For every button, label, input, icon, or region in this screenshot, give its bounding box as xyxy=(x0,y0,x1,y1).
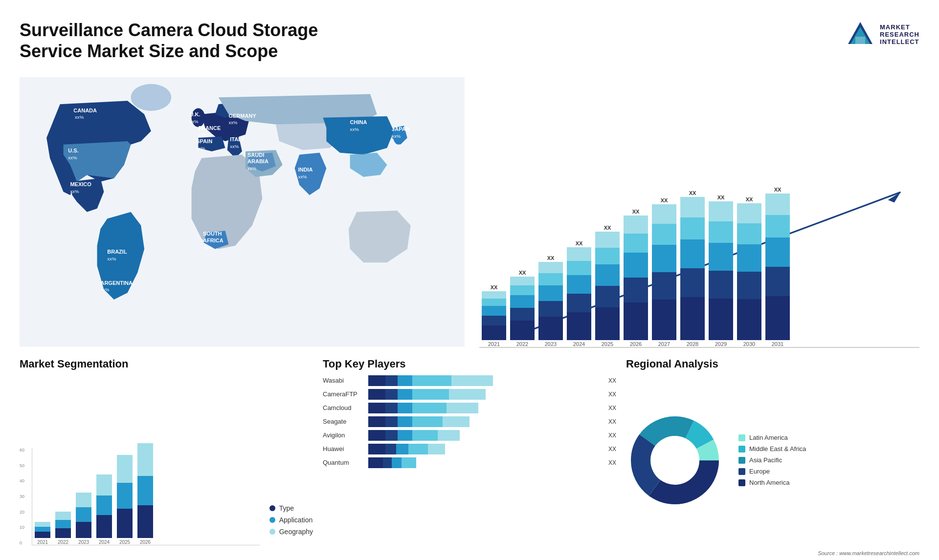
svg-text:SPAIN: SPAIN xyxy=(196,138,212,144)
bar-2021: XX 2021 xyxy=(482,284,506,347)
regional-section: Regional Analysis xyxy=(626,358,919,545)
legend-latin-america: Latin America xyxy=(738,434,806,441)
svg-text:xx%: xx% xyxy=(68,155,77,161)
player-huawei: Huawei XX xyxy=(323,444,616,454)
seg-bar-2026: 2026 xyxy=(137,443,153,545)
logo-icon xyxy=(846,20,875,49)
svg-text:xx%: xx% xyxy=(196,146,205,151)
legend-geography-label: Geography xyxy=(279,528,313,536)
legend-dot-application xyxy=(269,517,275,523)
donut-svg xyxy=(626,411,724,509)
seg-bar-2022: 2022 xyxy=(55,512,71,545)
bar-2028: XX 2028 xyxy=(680,190,705,347)
seg-bar-2023: 2023 xyxy=(76,493,91,545)
bar-2023: XX 2023 xyxy=(538,255,563,347)
player-avigilon: Avigilon XX xyxy=(323,430,616,441)
logo-box: MARKET RESEARCH INTELLECT xyxy=(846,20,919,49)
player-quantum: Quantum XX xyxy=(323,457,616,468)
main-bars-container: XX 2021 XX xyxy=(479,201,919,348)
svg-text:xx%: xx% xyxy=(70,189,79,194)
legend-label-latin-america: Latin America xyxy=(749,434,788,441)
legend-north-america: North America xyxy=(738,479,806,486)
world-map: CANADA xx% U.S. xx% MEXICO xx% BRAZIL xx… xyxy=(20,76,465,348)
svg-text:FRANCE: FRANCE xyxy=(198,125,221,131)
seg-bar-wrapper: 0 10 20 30 40 50 60 xyxy=(20,448,260,545)
svg-text:U.S.: U.S. xyxy=(68,148,78,154)
legend-label-europe: Europe xyxy=(749,468,770,475)
legend-color-asia-pacific xyxy=(738,457,745,464)
svg-text:CANADA: CANADA xyxy=(73,108,97,113)
seg-y-axis: 0 10 20 30 40 50 60 xyxy=(20,448,29,545)
player-cameraftp: CameraFTP XX xyxy=(323,389,616,400)
seg-chart-area: 0 10 20 30 40 50 60 xyxy=(20,375,313,545)
legend-asia-pacific: Asia Pacific xyxy=(738,456,806,464)
player-seagate: Seagate XX xyxy=(323,416,616,427)
svg-text:ARABIA: ARABIA xyxy=(247,159,268,165)
player-camcloud: Camcloud XX xyxy=(323,403,616,413)
bar-2027: XX 2027 xyxy=(652,197,676,347)
page-container: Surveillance Camera Cloud Storage Servic… xyxy=(0,0,939,560)
svg-text:xx%: xx% xyxy=(247,166,257,172)
svg-text:ITALY: ITALY xyxy=(230,136,245,142)
legend-europe: Europe xyxy=(738,468,806,475)
regional-title: Regional Analysis xyxy=(626,358,919,370)
legend-dot-type xyxy=(269,505,275,511)
svg-text:xx%: xx% xyxy=(350,127,359,132)
svg-text:xx%: xx% xyxy=(107,256,116,261)
segmentation-section: Market Segmentation 0 10 20 30 40 50 60 xyxy=(20,358,313,545)
svg-rect-2 xyxy=(855,37,865,44)
logo-line1: MARKET xyxy=(880,23,919,31)
map-section: CANADA xx% U.S. xx% MEXICO xx% BRAZIL xx… xyxy=(20,71,470,353)
svg-text:xx%: xx% xyxy=(392,133,401,139)
svg-point-46 xyxy=(653,438,697,482)
donut-chart xyxy=(626,411,724,509)
legend-middle-east: Middle East & Africa xyxy=(738,445,806,452)
bar-2029: XX 2029 xyxy=(709,194,733,347)
svg-point-4 xyxy=(131,84,172,111)
page-title: Surveillance Camera Cloud Storage Servic… xyxy=(20,20,362,62)
bar-2031: XX 2031 xyxy=(765,187,790,347)
svg-text:SAUDI: SAUDI xyxy=(247,152,264,158)
svg-text:xx%: xx% xyxy=(203,245,212,250)
svg-text:xx%: xx% xyxy=(198,132,207,138)
header: Surveillance Camera Cloud Storage Servic… xyxy=(20,15,470,71)
svg-text:xx%: xx% xyxy=(100,287,110,293)
svg-text:xx%: xx% xyxy=(228,120,238,126)
svg-text:INDIA: INDIA xyxy=(298,167,313,172)
players-list: Wasabi XX CameraFTP xyxy=(323,375,616,545)
svg-text:JAPAN: JAPAN xyxy=(392,127,410,132)
seg-bar-2021: 2021 xyxy=(35,522,50,545)
svg-text:xx%: xx% xyxy=(230,144,239,149)
legend-label-middle-east: Middle East & Africa xyxy=(749,445,806,452)
legend-color-middle-east xyxy=(738,446,745,452)
bar-2026: XX 2026 xyxy=(624,209,648,347)
seg-bar-2025: 2025 xyxy=(117,455,133,545)
bottom-row: Market Segmentation 0 10 20 30 40 50 60 xyxy=(20,353,919,545)
svg-text:xx%: xx% xyxy=(189,119,199,124)
bar-2025: XX 2025 xyxy=(595,225,620,347)
bar-2022: XX 2022 xyxy=(510,270,535,347)
svg-text:GERMANY: GERMANY xyxy=(228,113,256,119)
source-text: Source : www.marketresearchintellect.com xyxy=(818,550,919,556)
seg-legend: Type Application Geography xyxy=(269,504,313,545)
player-wasabi: Wasabi XX xyxy=(323,375,616,386)
legend-application-label: Application xyxy=(279,516,313,524)
bar-2024: XX 2024 xyxy=(567,240,591,347)
legend-type: Type xyxy=(269,504,313,512)
legend-dot-geography xyxy=(269,529,275,535)
legend-color-north-america xyxy=(738,479,745,486)
svg-text:U.K.: U.K. xyxy=(189,111,200,117)
seg-bar-2024: 2024 xyxy=(96,474,112,545)
svg-text:ARGENTINA: ARGENTINA xyxy=(100,280,133,286)
regional-content: Latin America Middle East & Africa Asia … xyxy=(626,375,919,545)
bar-chart-section: XX 2021 XX xyxy=(470,71,919,353)
legend-application: Application xyxy=(269,516,313,524)
logo-area: MARKET RESEARCH INTELLECT xyxy=(470,15,919,71)
svg-text:BRAZIL: BRAZIL xyxy=(107,249,127,255)
segmentation-title: Market Segmentation xyxy=(20,358,313,370)
bar-2030: XX 2030 xyxy=(737,196,761,347)
seg-bars: 2021 2022 xyxy=(32,448,260,545)
logo-text: MARKET RESEARCH INTELLECT xyxy=(880,23,919,45)
players-title: Top Key Players xyxy=(323,358,616,370)
svg-text:SOUTH: SOUTH xyxy=(203,231,222,237)
